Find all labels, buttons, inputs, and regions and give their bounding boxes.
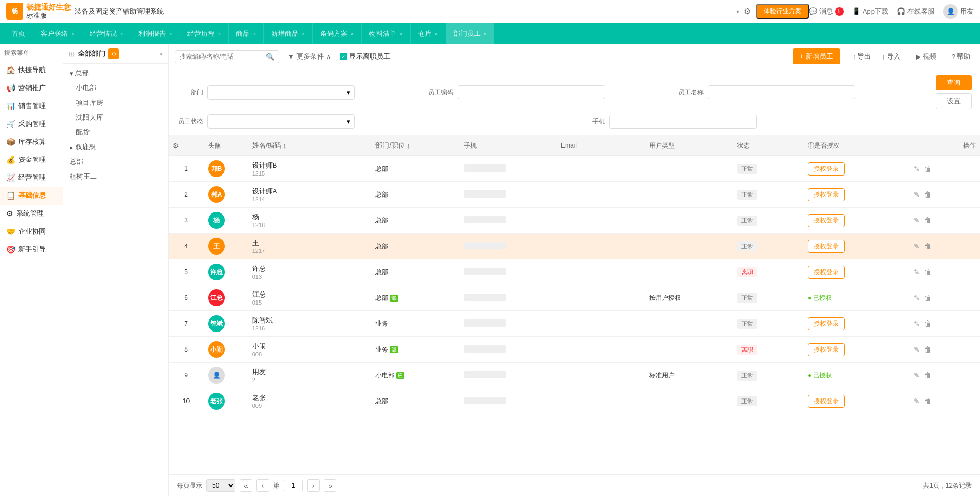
auth-login-btn[interactable]: 授权登录 <box>808 188 845 201</box>
th-settings[interactable]: ⚙ <box>169 135 204 156</box>
tab-operations[interactable]: 经营情况 × <box>82 23 131 44</box>
sidebar-search-input[interactable] <box>4 49 63 56</box>
tab-department[interactable]: 部门员工 × <box>446 23 495 44</box>
tab-goods[interactable]: 商品 × <box>229 23 264 44</box>
dept-item-zongbu[interactable]: ▾ 总部 <box>63 66 168 81</box>
edit-btn[interactable]: ✎ <box>914 242 920 250</box>
dept-item-project[interactable]: 项目库房 <box>63 95 168 110</box>
close-icon[interactable]: × <box>253 31 256 37</box>
dept-item-zongbu2[interactable]: 总部 <box>63 154 168 169</box>
settings-icon[interactable]: ⚙ <box>173 142 179 150</box>
dept-item-shuangling[interactable]: ▸ 双鹿想 <box>63 140 168 154</box>
auth-login-btn[interactable]: 授权登录 <box>808 395 845 408</box>
add-employee-btn[interactable]: + 新增员工 <box>793 48 840 64</box>
tab-barcode[interactable]: 条码方案 × <box>313 23 362 44</box>
edit-btn[interactable]: ✎ <box>914 294 920 302</box>
query-btn[interactable]: 查询 <box>936 75 972 90</box>
th-name[interactable]: 姓名/编码 ↕ <box>248 135 372 156</box>
edit-btn[interactable]: ✎ <box>914 268 920 276</box>
sidebar-item-system[interactable]: ⚙ 系统管理 <box>0 205 63 222</box>
trial-button[interactable]: 体验行业方案 <box>756 4 809 19</box>
tab-home[interactable]: 首页 <box>4 23 33 44</box>
delete-btn[interactable]: 🗑 <box>924 345 932 354</box>
per-page-select[interactable]: 50 100 <box>206 479 235 492</box>
system-dropdown-arrow[interactable]: ▾ <box>736 8 739 15</box>
edit-btn[interactable]: ✎ <box>914 190 920 199</box>
dept-item-xiaodian[interactable]: 小电部 <box>63 81 168 95</box>
close-icon[interactable]: × <box>351 31 354 37</box>
delete-btn[interactable]: 🗑 <box>924 190 932 199</box>
auth-login-btn[interactable]: 授权登录 <box>808 266 845 279</box>
prev-page-btn[interactable]: ‹ <box>256 479 269 492</box>
delete-btn[interactable]: 🗑 <box>924 268 932 276</box>
close-icon[interactable]: × <box>302 31 305 37</box>
tab-new-goods[interactable]: 新增商品 × <box>264 23 313 44</box>
sidebar-item-marketing[interactable]: 📢 营销推广 <box>0 79 63 97</box>
online-service-btn[interactable]: 🎧 在线客服 <box>897 7 935 16</box>
sidebar-item-basic-info[interactable]: 📋 基础信息 <box>0 187 63 205</box>
close-icon[interactable]: × <box>435 31 438 37</box>
dept-item-peihuo[interactable]: 配货 <box>63 125 168 140</box>
sidebar-item-inventory[interactable]: 📦 库存核算 <box>0 133 63 151</box>
edit-btn[interactable]: ✎ <box>914 164 920 173</box>
edit-btn[interactable]: ✎ <box>914 397 920 405</box>
first-page-btn[interactable]: « <box>240 479 252 492</box>
edit-btn[interactable]: ✎ <box>914 216 920 225</box>
more-filter-btn[interactable]: ▼ 更多条件 ∧ <box>283 50 335 63</box>
close-icon[interactable]: × <box>120 31 123 37</box>
edit-btn[interactable]: ✎ <box>914 319 920 328</box>
dept-manage-icon[interactable]: ⚙ <box>108 48 119 59</box>
delete-btn[interactable]: 🗑 <box>924 319 932 328</box>
export-btn[interactable]: ↑ 导出 <box>849 50 875 63</box>
tab-profit[interactable]: 利润报告 × <box>131 23 180 44</box>
th-dept[interactable]: 部门/职位 ↕ <box>371 135 460 156</box>
status-filter-select[interactable]: ▾ <box>207 114 355 129</box>
delete-btn[interactable]: 🗑 <box>924 242 932 250</box>
reset-btn[interactable]: 设置 <box>936 93 972 109</box>
sidebar-item-purchase[interactable]: 🛒 采购管理 <box>0 115 63 133</box>
delete-btn[interactable]: 🗑 <box>924 164 932 173</box>
close-icon[interactable]: × <box>169 31 172 37</box>
app-download-btn[interactable]: 📱 App下载 <box>852 7 888 16</box>
auth-login-btn[interactable]: 授权登录 <box>808 343 845 356</box>
delete-btn[interactable]: 🗑 <box>924 371 932 380</box>
last-page-btn[interactable]: » <box>324 479 336 492</box>
view-btn[interactable]: ▶ 视频 <box>913 50 939 63</box>
dept-filter-select[interactable]: ▾ <box>207 85 355 100</box>
delete-btn[interactable]: 🗑 <box>924 397 932 405</box>
edit-btn[interactable]: ✎ <box>914 345 920 354</box>
collapse-panel-btn[interactable]: « <box>159 50 163 57</box>
sidebar-item-sales[interactable]: 📊 销售管理 <box>0 97 63 115</box>
delete-btn[interactable]: 🗑 <box>924 294 932 302</box>
dept-item-zhishu[interactable]: 植树王二 <box>63 169 168 184</box>
next-page-btn[interactable]: › <box>307 479 320 492</box>
help-btn[interactable]: ? 帮助 <box>948 50 974 63</box>
search-input[interactable] <box>180 53 264 60</box>
delete-btn[interactable]: 🗑 <box>924 216 932 225</box>
sidebar-item-quick-nav[interactable]: 🏠 快捷导航 <box>0 61 63 79</box>
tab-bom[interactable]: 物料清单 × <box>362 23 411 44</box>
sidebar-search-box[interactable]: 🔍 <box>0 44 63 61</box>
emp-name-input[interactable] <box>708 85 855 99</box>
message-btn[interactable]: 💬 消息 5 <box>809 7 844 16</box>
sidebar-item-cooperation[interactable]: 🤝 企业协同 <box>0 222 63 240</box>
sidebar-item-operations[interactable]: 📈 经营管理 <box>0 169 63 187</box>
auth-login-btn[interactable]: 授权登录 <box>808 240 845 253</box>
tab-customer[interactable]: 客户联络 × <box>33 23 82 44</box>
edit-btn[interactable]: ✎ <box>914 371 920 380</box>
emp-code-input[interactable] <box>458 85 605 99</box>
settings-icon[interactable]: ⚙ <box>744 6 751 16</box>
auth-login-btn[interactable]: 授权登录 <box>808 214 845 227</box>
tab-journey[interactable]: 经营历程 × <box>180 23 229 44</box>
close-icon[interactable]: × <box>71 31 74 37</box>
grid-icon[interactable]: ⊞ <box>68 50 75 58</box>
search-box[interactable]: 🔍 <box>175 50 279 63</box>
user-menu[interactable]: 👤 用友 <box>943 4 974 19</box>
import-btn[interactable]: ↓ 导入 <box>878 50 904 63</box>
page-input[interactable] <box>284 480 303 491</box>
close-icon[interactable]: × <box>400 31 403 37</box>
auth-login-btn[interactable]: 授权登录 <box>808 317 845 330</box>
sidebar-item-guide[interactable]: 🎯 新手引导 <box>0 240 63 258</box>
auth-login-btn[interactable]: 授权登录 <box>808 162 845 176</box>
show-resigned-toggle[interactable]: ✓ 显示离职员工 <box>340 52 390 61</box>
